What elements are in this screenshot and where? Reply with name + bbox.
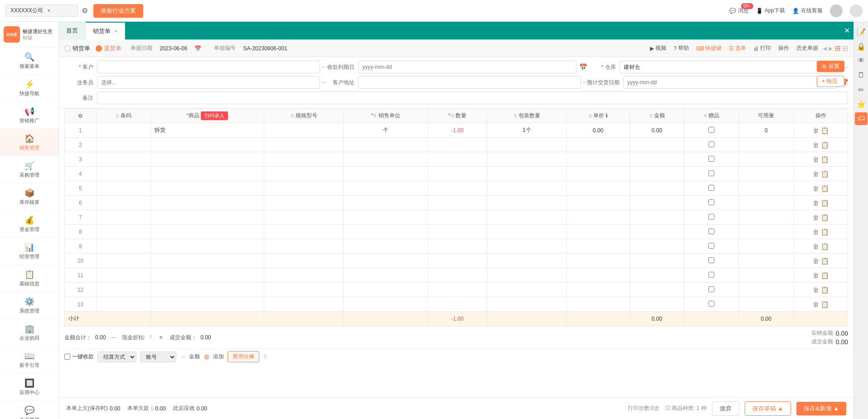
copy-row-icon[interactable]: 📋 — [821, 286, 829, 294]
grid-view-icon[interactable]: ⊞ — [834, 44, 840, 53]
row-qty[interactable] — [428, 210, 487, 225]
delete-row-icon[interactable]: 🗑 — [813, 141, 819, 149]
row-price[interactable] — [567, 181, 630, 196]
delete-row-icon[interactable]: 🗑 — [813, 243, 819, 250]
right-panel-btn-5[interactable]: ✏ — [855, 83, 868, 96]
avatar[interactable] — [830, 5, 843, 17]
row-unit[interactable] — [344, 167, 428, 181]
row-unit[interactable] — [344, 138, 428, 152]
row-qty[interactable] — [428, 297, 487, 312]
row-pack-qty[interactable] — [487, 268, 567, 283]
row-qty[interactable] — [428, 181, 487, 196]
row-product[interactable] — [150, 225, 264, 239]
row-price[interactable] — [567, 239, 630, 254]
copy-row-icon[interactable]: 📋 — [821, 301, 829, 308]
row-pack-qty[interactable] — [487, 283, 567, 297]
row-pack-qty[interactable] — [487, 254, 567, 268]
row-pack-qty[interactable] — [487, 181, 567, 196]
row-qty[interactable] — [428, 138, 487, 152]
row-spec[interactable] — [264, 297, 344, 312]
row-spec[interactable] — [264, 123, 344, 138]
customer-input[interactable] — [97, 61, 320, 73]
row-pack-qty[interactable] — [487, 196, 567, 210]
one-click-payment-checkbox[interactable]: 一键收款 — [64, 353, 94, 361]
row-barcode[interactable] — [96, 225, 150, 239]
scan-button[interactable]: 扫码录入 — [201, 111, 228, 120]
sidebar-item-apps[interactable]: 🔲 应用中心 — [0, 374, 58, 401]
row-product[interactable] — [150, 138, 264, 152]
operate-button[interactable]: 操作 — [776, 43, 792, 53]
arrears-icon[interactable]: ℹ — [151, 405, 153, 412]
delete-row-icon[interactable]: 🗑 — [813, 127, 819, 134]
add-circle-icon[interactable]: ⊕ — [204, 352, 209, 361]
row-product[interactable] — [150, 152, 264, 167]
app-download-button[interactable]: 📱 App下载 — [756, 7, 785, 14]
radio-return[interactable]: 退货单 — [96, 44, 121, 53]
row-barcode[interactable] — [96, 196, 150, 210]
window-close-button[interactable]: ✕ — [844, 26, 850, 35]
sidebar-item-system[interactable]: ⚙️ 系统管理 — [0, 292, 58, 319]
row-qty[interactable] — [428, 167, 487, 181]
row-price[interactable] — [567, 138, 630, 152]
right-panel-btn-7[interactable]: 🏷 — [855, 112, 868, 125]
help-button[interactable]: ? 帮助 — [671, 43, 692, 53]
row-gift[interactable] — [684, 152, 738, 167]
row-unit[interactable] — [344, 283, 428, 297]
row-qty[interactable] — [428, 225, 487, 239]
row-amount[interactable]: 0.00 — [630, 123, 684, 138]
row-price[interactable]: 0.00 — [567, 123, 630, 138]
row-qty[interactable] — [428, 254, 487, 268]
row-pack-qty[interactable] — [487, 239, 567, 254]
copy-row-icon[interactable]: 📋 — [821, 272, 829, 279]
payment-more-icon[interactable]: ··· — [182, 354, 185, 359]
row-amount[interactable] — [630, 297, 684, 312]
row-unit[interactable] — [344, 181, 428, 196]
list-view-icon[interactable]: ⊟ — [842, 44, 848, 53]
row-price[interactable] — [567, 225, 630, 239]
row-product[interactable] — [150, 268, 264, 283]
settlement-method-select[interactable]: 结算方式 — [97, 352, 136, 362]
sidebar-item-marketing[interactable]: 📢 营销推广 — [0, 102, 58, 129]
row-gift[interactable] — [684, 123, 738, 138]
settings-action-button[interactable]: ⚙ 设置 — [817, 61, 844, 72]
tab-home[interactable]: 首页 — [59, 22, 86, 40]
copy-row-icon[interactable]: 📋 — [821, 156, 829, 163]
copy-row-icon[interactable]: 📋 — [821, 257, 829, 265]
row-price[interactable] — [567, 196, 630, 210]
expense-help-icon[interactable]: ? — [263, 353, 267, 361]
sidebar-item-wechat[interactable]: 💬 企业微信 — [0, 401, 58, 419]
row-spec[interactable] — [264, 196, 344, 210]
trial-button[interactable]: 体验行业方案 — [93, 4, 143, 18]
row-amount[interactable] — [630, 210, 684, 225]
delete-row-icon[interactable]: 🗑 — [813, 286, 819, 294]
right-panel-btn-2[interactable]: 🔒 — [855, 40, 868, 53]
copy-row-icon[interactable]: 📋 — [821, 214, 829, 221]
row-barcode[interactable] — [96, 138, 150, 152]
logistics-action-button[interactable]: + 物流 — [817, 76, 844, 87]
right-panel-btn-1[interactable]: 📝 — [855, 25, 868, 38]
sidebar-item-newguide[interactable]: 📖 新手引导 — [0, 347, 58, 374]
row-price[interactable] — [567, 297, 630, 312]
salesperson-input[interactable] — [97, 76, 320, 89]
account-select[interactable]: 账号 — [140, 352, 176, 362]
row-barcode[interactable] — [96, 123, 150, 138]
row-barcode[interactable] — [96, 152, 150, 167]
row-price[interactable] — [567, 210, 630, 225]
copy-row-icon[interactable]: 📋 — [821, 228, 829, 236]
row-gift[interactable] — [684, 283, 738, 297]
settings-icon[interactable]: ⚙ — [82, 6, 88, 15]
delete-row-icon[interactable]: 🗑 — [813, 228, 819, 236]
row-gift[interactable] — [684, 254, 738, 268]
row-gift[interactable] — [684, 239, 738, 254]
row-price[interactable] — [567, 283, 630, 297]
row-spec[interactable] — [264, 152, 344, 167]
discard-button[interactable]: 放弃 — [712, 401, 739, 416]
delete-row-icon[interactable]: 🗑 — [813, 214, 819, 221]
sidebar-item-quick[interactable]: ⚡ 快捷导航 — [0, 75, 58, 102]
delete-row-icon[interactable]: 🗑 — [813, 272, 819, 279]
row-price[interactable] — [567, 254, 630, 268]
address-more-icon[interactable]: ··· — [583, 80, 587, 85]
sidebar-item-operation[interactable]: 📊 经营管理 — [0, 238, 58, 265]
save-draft-button[interactable]: 保存草稿 ▲ — [745, 401, 791, 416]
copy-row-icon[interactable]: 📋 — [821, 170, 829, 178]
